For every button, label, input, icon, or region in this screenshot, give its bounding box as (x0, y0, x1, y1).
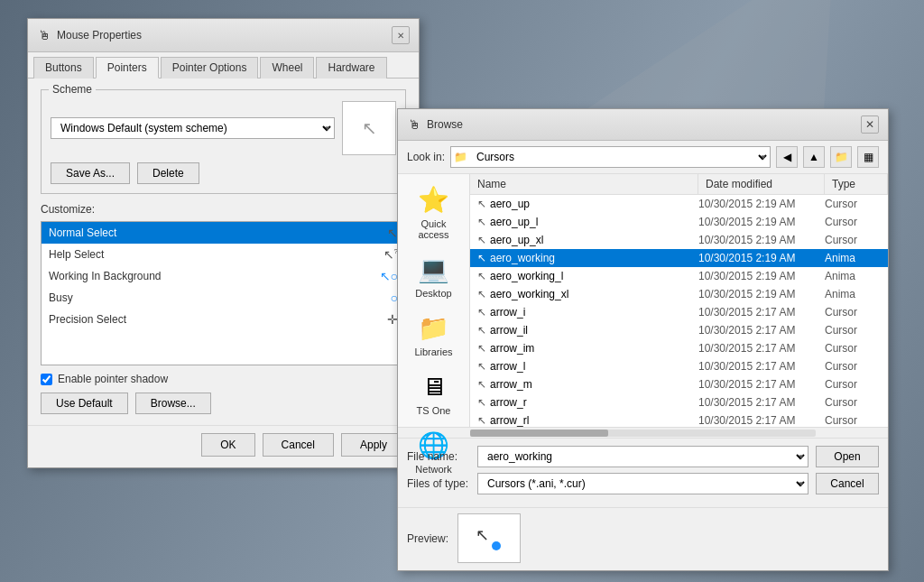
tab-buttons[interactable]: Buttons (33, 57, 94, 79)
horizontal-scrollbar[interactable] (398, 427, 888, 438)
file-type-cell: Cursor (821, 197, 884, 211)
file-name-cell: ↖ arrow_m (474, 377, 695, 392)
mouse-dialog-close-button[interactable]: ✕ (392, 26, 410, 44)
pointer-item-working[interactable]: Working In Background ↖○ (42, 265, 405, 287)
tabs-row: Buttons Pointers Pointer Options Wheel H… (28, 52, 419, 79)
file-name-cell: ↖ aero_working_l (474, 269, 695, 283)
file-icon: ↖ (477, 396, 486, 409)
pointer-item-precision-label: Precision Select (49, 313, 126, 326)
desktop-icon: 💻 (418, 254, 449, 284)
preview-section: Preview: ↖ (398, 507, 888, 570)
sidebar-ts-one[interactable]: 🖥 TS One (402, 368, 467, 420)
save-as-button[interactable]: Save As... (51, 162, 130, 184)
browse-cancel-button[interactable]: Cancel (816, 473, 879, 494)
file-row[interactable]: ↖ arrow_l 10/30/2015 2:17 AM Cursor (470, 357, 888, 375)
file-row[interactable]: ↖ arrow_rl 10/30/2015 2:17 AM Cursor (470, 411, 888, 427)
browse-titlebar: 🖱 Browse ✕ (398, 109, 888, 141)
pointer-item-busy[interactable]: Busy ○ (42, 287, 405, 309)
file-row[interactable]: ↖ aero_working_xl 10/30/2015 2:19 AM Ani… (470, 285, 888, 303)
cursor-animation: ↖ (476, 525, 503, 552)
pointer-item-normal[interactable]: Normal Select ↖ (42, 222, 405, 244)
tab-pointers[interactable]: Pointers (96, 57, 159, 79)
file-name-text: aero_up_xl (490, 234, 543, 246)
file-row[interactable]: ↖ arrow_il 10/30/2015 2:17 AM Cursor (470, 321, 888, 339)
scheme-select[interactable]: Windows Default (system scheme) (51, 117, 335, 139)
use-default-button[interactable]: Use Default (41, 393, 128, 414)
browse-files[interactable]: Name Date modified Type ↖ aero_up 10/30/… (470, 174, 888, 427)
file-name-text: arrow_r (490, 396, 527, 409)
file-name-cell: ↖ arrow_i (474, 305, 695, 319)
col-type[interactable]: Type (825, 174, 888, 194)
preview-label: Preview: (407, 532, 448, 545)
file-name-input-wrapper[interactable]: aero_working (477, 446, 808, 467)
file-name-cell: ↖ arrow_r (474, 395, 695, 410)
file-type-cell: Anima (821, 251, 884, 265)
file-row[interactable]: ↖ arrow_i 10/30/2015 2:17 AM Cursor (470, 303, 888, 321)
file-date-cell: 10/30/2015 2:19 AM (695, 251, 821, 265)
file-name-text: arrow_il (490, 324, 528, 337)
pointer-item-help[interactable]: Help Select ↖? (42, 244, 405, 265)
quick-access-label: Quick access (405, 218, 463, 240)
sidebar-desktop[interactable]: 💻 Desktop (402, 251, 467, 302)
file-row[interactable]: ↖ aero_up_xl 10/30/2015 2:19 AM Cursor (470, 231, 888, 249)
dialog-body: Scheme Windows Default (system scheme) ↖… (28, 79, 419, 425)
file-name-select[interactable]: aero_working (477, 446, 808, 467)
create-folder-button[interactable]: 📁 (830, 146, 852, 168)
sidebar-libraries[interactable]: 📁 Libraries (402, 309, 467, 361)
file-name-label: File name: (407, 450, 470, 463)
look-in-wrapper[interactable]: 📁 Cursors (450, 146, 771, 168)
file-row[interactable]: ↖ aero_working 10/30/2015 2:19 AM Anima (470, 249, 888, 267)
scheme-select-wrapper[interactable]: Windows Default (system scheme) (51, 117, 335, 139)
cancel-button[interactable]: Cancel (263, 433, 334, 457)
shadow-checkbox-row: Enable pointer shadow (41, 373, 406, 385)
file-name-cell: ↖ arrow_l (474, 359, 695, 374)
tab-hardware[interactable]: Hardware (316, 57, 386, 79)
browse-button[interactable]: Browse... (135, 393, 211, 414)
file-type-cell: Cursor (821, 215, 884, 229)
file-icon: ↖ (477, 324, 486, 337)
file-row[interactable]: ↖ arrow_r 10/30/2015 2:17 AM Cursor (470, 393, 888, 411)
scrollbar-thumb[interactable] (470, 430, 608, 437)
file-name-row: File name: aero_working Open (407, 446, 879, 467)
browse-close-button[interactable]: ✕ (861, 115, 879, 134)
col-date[interactable]: Date modified (698, 174, 825, 194)
file-name-text: arrow_m (490, 378, 532, 391)
file-row[interactable]: ↖ aero_up 10/30/2015 2:19 AM Cursor (470, 195, 888, 213)
sidebar-quick-access[interactable]: ⭐ Quick access (402, 181, 467, 244)
views-button[interactable]: ▦ (857, 146, 879, 168)
pointer-item-precision[interactable]: Precision Select ✛ (42, 309, 405, 330)
pointer-list[interactable]: Normal Select ↖ Help Select ↖? Working I… (41, 221, 406, 365)
browse-title-left: 🖱 Browse (407, 117, 463, 132)
file-row[interactable]: ↖ arrow_m 10/30/2015 2:17 AM Cursor (470, 375, 888, 393)
file-date-cell: 10/30/2015 2:19 AM (695, 197, 821, 211)
mouse-dialog-titlebar: 🖱 Mouse Properties ✕ (28, 19, 419, 52)
file-name-text: aero_up_l (490, 216, 538, 228)
file-name-cell: ↖ aero_working (474, 251, 695, 265)
file-date-cell: 10/30/2015 2:17 AM (695, 359, 821, 374)
enable-shadow-checkbox[interactable] (41, 374, 52, 385)
desktop-label: Desktop (415, 288, 451, 299)
ts-one-label: TS One (417, 405, 451, 416)
file-row[interactable]: ↖ aero_up_l 10/30/2015 2:19 AM Cursor (470, 213, 888, 231)
files-type-wrapper[interactable]: Cursors (*.ani, *.cur) (477, 473, 808, 494)
open-button[interactable]: Open (816, 446, 879, 467)
files-type-select[interactable]: Cursors (*.ani, *.cur) (477, 473, 808, 494)
file-row[interactable]: ↖ aero_working_l 10/30/2015 2:19 AM Anim… (470, 267, 888, 285)
file-type-cell: Anima (821, 269, 884, 283)
ok-button[interactable]: OK (201, 433, 254, 457)
action-buttons: Use Default Browse... (41, 393, 406, 414)
file-type-cell: Cursor (821, 377, 884, 392)
browse-title: Browse (427, 118, 463, 131)
back-button[interactable]: ◀ (776, 146, 798, 168)
file-date-cell: 10/30/2015 2:17 AM (695, 395, 821, 410)
look-in-select[interactable]: Cursors (450, 146, 771, 168)
col-name[interactable]: Name (470, 174, 698, 194)
scheme-label: Scheme (49, 83, 96, 96)
tab-wheel[interactable]: Wheel (260, 57, 314, 79)
pointer-help-icon: ↖? (383, 247, 398, 262)
delete-button[interactable]: Delete (137, 162, 199, 184)
file-type-cell: Cursor (821, 233, 884, 247)
up-button[interactable]: ▲ (803, 146, 825, 168)
file-row[interactable]: ↖ arrow_im 10/30/2015 2:17 AM Cursor (470, 339, 888, 357)
tab-pointer-options[interactable]: Pointer Options (161, 57, 259, 79)
